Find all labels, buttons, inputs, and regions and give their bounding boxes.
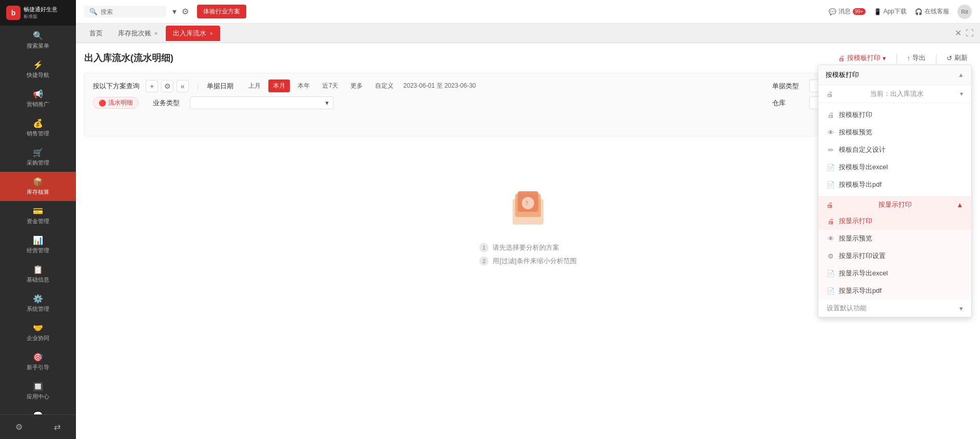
- sidebar-item-finance[interactable]: 💳 资金管理: [0, 201, 76, 230]
- tab-batch-account[interactable]: 库存批次账 ×: [111, 26, 165, 41]
- display-export-pdf-item[interactable]: 📄 按显示导出pdf: [818, 282, 971, 300]
- display-sub-items: 🖨 按显示打印 👁 按显示预览 ⚙ 按显示打印设置: [818, 212, 971, 300]
- biz-type-select[interactable]: ▾: [190, 96, 334, 109]
- app-download-btn[interactable]: 📱 App下载: [874, 7, 907, 16]
- tab-flow[interactable]: 出入库流水 ×: [166, 26, 220, 41]
- date-label: 单据日期: [207, 82, 238, 91]
- date-btn-7days[interactable]: 近7天: [318, 79, 343, 92]
- template-design-item[interactable]: ✏ 模板自定义设计: [818, 141, 971, 158]
- page-title: 出入库流水(流水明细): [84, 52, 173, 64]
- sidebar-item-guide[interactable]: 🎯 新手引导: [0, 347, 76, 376]
- dropdown-current-item: 🖨 当前：出入库流水 ▾: [818, 85, 971, 103]
- sidebar-bottom: ⚙ ⇄: [0, 414, 76, 439]
- sub-header-collapse-icon: ▲: [956, 201, 963, 209]
- topbar: 🔍 ▾ ⚙ 体验行业方案 💬 消息 99+ 📱 App下载 🎧 在线客服: [76, 0, 980, 24]
- display-print-sub-header[interactable]: 🖨 按显示打印 ▲: [818, 197, 971, 212]
- date-btn-last-month[interactable]: 上月: [244, 79, 265, 92]
- settings-icon[interactable]: ⚙: [181, 6, 190, 17]
- tab-flow-close[interactable]: ×: [209, 30, 212, 36]
- service-icon: 🎧: [915, 8, 923, 15]
- close-tab-btn[interactable]: ✕: [955, 28, 962, 38]
- sidebar-item-sales[interactable]: 💰 销售管理: [0, 113, 76, 143]
- filter-sep: |: [197, 82, 199, 90]
- marketing-icon: 📢: [33, 89, 43, 99]
- display-preview-item[interactable]: 👁 按显示预览: [818, 230, 971, 247]
- expand-btn[interactable]: ⛶: [966, 29, 974, 38]
- refresh-btn[interactable]: ↺ 刷新: [943, 51, 972, 65]
- default-function-footer[interactable]: 设置默认功能 ▾: [818, 300, 971, 317]
- download-icon: 📱: [874, 8, 881, 15]
- export-btn[interactable]: ↑ 导出: [903, 51, 930, 65]
- search-icon: 🔍: [33, 31, 43, 41]
- display-preview-icon: 👁: [827, 234, 835, 243]
- logo-text: 畅捷通好生意: [24, 6, 57, 13]
- display-print-sub-icon: 🖨: [827, 201, 833, 209]
- chevron-down-icon: ▾: [883, 54, 886, 62]
- messages-btn[interactable]: 💬 消息 99+: [829, 7, 866, 16]
- system-icon: ⚙️: [33, 294, 43, 304]
- design-item-icon: ✏: [827, 146, 835, 154]
- print-dropdown-panel: 按模板打印 ▲ 🖨 当前：出入库流水 ▾ 🖨 按模板打印: [818, 65, 972, 317]
- empty-illustration: ?: [502, 184, 554, 235]
- flow-detail-chip[interactable]: 🔴 流水明细: [93, 97, 139, 109]
- app-logo: b 畅捷通好生意 标准版: [0, 0, 76, 26]
- date-btn-this-month[interactable]: 本月: [268, 79, 290, 92]
- sidebar-item-operations[interactable]: 📊 经营管理: [0, 230, 76, 260]
- message-icon: 💬: [829, 8, 836, 15]
- action-sep-2: |: [935, 53, 937, 64]
- main-area: 🔍 ▾ ⚙ 体验行业方案 💬 消息 99+ 📱 App下载 🎧 在线客服: [76, 0, 980, 439]
- sidebar-item-corp[interactable]: 🤝 企业协同: [0, 318, 76, 347]
- sidebar-item-marketing[interactable]: 📢 营销推广: [0, 84, 76, 113]
- online-service-btn[interactable]: 🎧 在线客服: [915, 7, 949, 16]
- sidebar-item-wechat[interactable]: 💬 企业微信: [0, 406, 76, 414]
- search-input[interactable]: [101, 8, 152, 15]
- template-preview-item[interactable]: 👁 按模板预览: [818, 124, 971, 141]
- date-shortcuts: 上月 本月 本年 近7天 更多 自定义 2023-06-01 至 2023-06…: [244, 79, 476, 92]
- sidebar-item-basic[interactable]: 📋 基础信息: [0, 260, 76, 289]
- industry-btn[interactable]: 体验行业方案: [197, 5, 246, 18]
- topbar-icons: ▾ ⚙: [171, 6, 190, 17]
- date-btn-more[interactable]: 更多: [346, 79, 367, 92]
- date-btn-custom[interactable]: 自定义: [370, 79, 398, 92]
- dropdown-header: 按模板打印 ▲: [818, 65, 971, 85]
- current-expand-icon[interactable]: ▾: [960, 90, 963, 97]
- sidebar-item-purchase[interactable]: 🛒 采购管理: [0, 143, 76, 172]
- filter-settings-btn[interactable]: ⚙: [161, 80, 173, 92]
- sidebar-item-inventory[interactable]: 📦 库存核算: [0, 172, 76, 201]
- user-avatar[interactable]: Rit: [957, 5, 972, 19]
- empty-hint-2: 2 用[过滤]条件来缩小分析范围: [479, 256, 576, 266]
- pdf-item-icon: 📄: [827, 181, 835, 189]
- biz-type-label: 业务类型: [153, 98, 184, 108]
- operations-icon: 📊: [33, 235, 43, 245]
- display-print-item[interactable]: 🖨 按显示打印: [818, 212, 971, 230]
- date-btn-this-year[interactable]: 本年: [293, 79, 315, 92]
- collapse-sidebar-btn[interactable]: ⇄: [50, 420, 65, 434]
- topbar-right: 💬 消息 99+ 📱 App下载 🎧 在线客服 Rit: [829, 5, 972, 19]
- template-export-excel-item[interactable]: 📄 按模板导出excel: [818, 158, 971, 176]
- print-template-btn[interactable]: 🖨 按模板打印 ▾: [834, 51, 890, 65]
- sidebar-item-system[interactable]: ⚙️ 系统管理: [0, 289, 76, 318]
- dropdown-arrow-icon[interactable]: ▾: [171, 6, 178, 17]
- date-range-display: 2023-06-01 至 2023-06-30: [403, 82, 476, 90]
- sidebar-item-appstore[interactable]: 🔲 应用中心: [0, 376, 76, 406]
- tab-home[interactable]: 首页: [82, 26, 110, 41]
- display-settings-item[interactable]: ⚙ 按显示打印设置: [818, 247, 971, 265]
- page-container: 出入库流水(流水明细) 🖨 按模板打印 ▾ | ↑ 导出 | ↺: [76, 43, 980, 439]
- display-excel-icon: 📄: [827, 269, 835, 277]
- template-export-pdf-item[interactable]: 📄 按模板导出pdf: [818, 176, 971, 193]
- sales-icon: 💰: [33, 118, 43, 128]
- sidebar-item-search[interactable]: 🔍 搜索菜单: [0, 26, 76, 55]
- appstore-icon: 🔲: [33, 382, 43, 391]
- settings-bottom-btn[interactable]: ⚙: [11, 420, 27, 434]
- empty-hint-1: 1 请先选择要分析的方案: [479, 243, 576, 252]
- sidebar-item-quick-nav[interactable]: ⚡ 快捷导航: [0, 55, 76, 84]
- tab-batch-account-close[interactable]: ×: [154, 30, 158, 36]
- filter-collapse-btn[interactable]: «: [177, 80, 189, 92]
- quick-nav-icon: ⚡: [33, 60, 43, 70]
- biz-type-chevron-icon: ▾: [325, 99, 329, 107]
- dropdown-collapse-btn[interactable]: ▲: [958, 71, 964, 78]
- topbar-search-box[interactable]: 🔍: [84, 6, 166, 17]
- display-export-excel-item[interactable]: 📄 按显示导出excel: [818, 265, 971, 282]
- add-filter-btn[interactable]: +: [146, 80, 158, 92]
- template-print-item[interactable]: 🖨 按模板打印: [818, 106, 971, 124]
